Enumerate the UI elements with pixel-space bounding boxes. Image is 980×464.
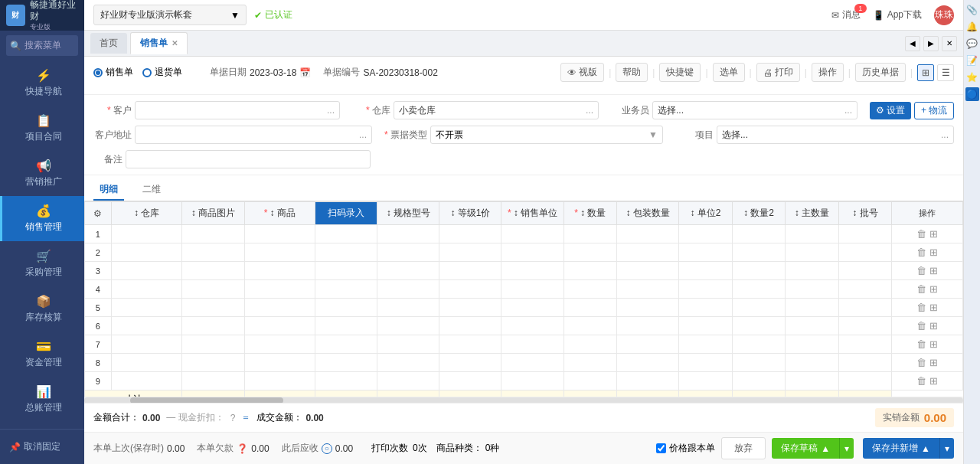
table-cell[interactable] — [182, 243, 244, 262]
copy-icon[interactable]: ⊞ — [929, 357, 938, 368]
table-cell[interactable] — [315, 335, 377, 354]
right-mini-btn-1[interactable]: 📎 — [965, 3, 979, 17]
delete-icon[interactable]: 🗑 — [916, 283, 926, 295]
user-avatar[interactable]: 珠珠 — [934, 5, 954, 25]
sidebar-item-funds[interactable]: 💳 资金管理 — [0, 332, 84, 377]
table-cell[interactable] — [377, 335, 439, 354]
table-cell[interactable] — [732, 354, 786, 372]
copy-icon[interactable]: ⊞ — [929, 302, 938, 313]
table-cell[interactable] — [244, 317, 315, 335]
right-mini-btn-2[interactable]: 🔔 — [965, 20, 979, 34]
table-row[interactable]: 7🗑⊞ — [85, 335, 963, 354]
table-cell[interactable] — [617, 225, 679, 243]
table-cell[interactable] — [182, 354, 244, 372]
debt-help-icon[interactable]: ❓ — [237, 443, 248, 454]
radio-return-order[interactable]: 退货单 — [142, 66, 182, 79]
table-cell[interactable] — [732, 299, 786, 317]
table-cell[interactable] — [617, 280, 679, 299]
notes-input[interactable] — [126, 150, 371, 168]
grid-view-btn[interactable]: ⊞ — [917, 64, 934, 81]
project-dots[interactable]: ... — [941, 129, 949, 140]
table-cell[interactable] — [244, 225, 315, 243]
unpin-button[interactable]: 📌 取消固定 — [6, 436, 78, 458]
right-mini-btn-6[interactable]: 🔵 — [965, 87, 979, 101]
table-row[interactable]: 4🗑⊞ — [85, 280, 963, 299]
sidebar-item-sales[interactable]: 💰 销售管理 — [0, 196, 84, 241]
table-cell[interactable] — [111, 317, 182, 335]
table-cell[interactable] — [501, 225, 564, 243]
sidebar-item-inventory[interactable]: 📦 库存核算 — [0, 286, 84, 332]
warehouse-input[interactable]: 小卖仓库 ... — [394, 101, 599, 119]
sidebar-item-project[interactable]: 📋 项目合同 — [0, 106, 84, 151]
table-cell[interactable] — [679, 335, 733, 354]
save-new-button[interactable]: 保存并新增 ▲ — [863, 438, 939, 459]
copy-icon[interactable]: ⊞ — [929, 228, 938, 240]
project-input[interactable]: 选择... ... — [717, 126, 954, 144]
table-cell[interactable] — [838, 280, 892, 299]
table-cell[interactable] — [679, 225, 733, 243]
table-cell[interactable] — [617, 372, 679, 390]
setup-btn[interactable]: ⚙ 设置 — [870, 102, 911, 119]
table-cell[interactable] — [564, 243, 617, 262]
table-row[interactable]: 3🗑⊞ — [85, 262, 963, 280]
table-cell[interactable] — [315, 225, 377, 243]
table-cell[interactable] — [377, 262, 439, 280]
receivable-circle-icon[interactable]: ○ — [322, 443, 332, 454]
scroll-thumb[interactable] — [130, 397, 283, 403]
table-cell[interactable] — [501, 243, 564, 262]
table-cell[interactable] — [111, 225, 182, 243]
table-cell[interactable] — [377, 372, 439, 390]
sidebar-item-marketing[interactable]: 📢 营销推广 — [0, 151, 84, 196]
table-cell[interactable] — [617, 243, 679, 262]
table-cell[interactable] — [315, 354, 377, 372]
table-cell[interactable] — [786, 335, 839, 354]
toolbar-view-btn[interactable]: 👁 视版 — [560, 63, 604, 82]
table-row[interactable]: 2🗑⊞ — [85, 243, 963, 262]
delete-icon[interactable]: 🗑 — [916, 338, 926, 350]
delete-icon[interactable]: 🗑 — [916, 357, 926, 368]
table-cell[interactable] — [838, 335, 892, 354]
toolbar-select-btn[interactable]: 选单 — [713, 63, 745, 82]
calendar-icon[interactable]: 📅 — [299, 67, 311, 78]
table-cell[interactable] — [315, 299, 377, 317]
table-cell[interactable] — [732, 243, 786, 262]
price-checkbox[interactable]: 价格跟本单 — [656, 442, 715, 455]
tab-detail[interactable]: 明细 — [93, 180, 124, 201]
table-cell[interactable] — [786, 262, 839, 280]
salesperson-input[interactable]: 选择... ... — [652, 101, 858, 119]
data-table-wrapper[interactable]: ⚙ ↕ 仓库 ↕ 商品图片 * ↕ 商品 — [84, 201, 963, 397]
table-cell[interactable] — [732, 280, 786, 299]
message-button[interactable]: ✉ 消息 1 — [831, 8, 861, 21]
salesperson-dots[interactable]: ... — [844, 105, 852, 116]
table-cell[interactable] — [244, 280, 315, 299]
tab-home[interactable]: 首页 — [90, 33, 127, 54]
table-cell[interactable] — [564, 280, 617, 299]
table-cell[interactable] — [501, 354, 564, 372]
table-cell[interactable] — [679, 317, 733, 335]
address-input[interactable]: ... — [135, 126, 372, 144]
table-cell[interactable] — [377, 280, 439, 299]
table-cell[interactable] — [439, 354, 501, 372]
abandon-button[interactable]: 放弃 — [721, 437, 766, 459]
table-cell[interactable] — [617, 317, 679, 335]
table-cell[interactable] — [377, 299, 439, 317]
table-cell[interactable] — [679, 372, 733, 390]
table-cell[interactable] — [244, 372, 315, 390]
table-cell[interactable] — [732, 372, 786, 390]
table-cell[interactable] — [679, 262, 733, 280]
delete-icon[interactable]: 🗑 — [916, 375, 926, 387]
radio-sales-order[interactable]: 销售单 — [93, 66, 133, 79]
table-cell[interactable] — [439, 243, 501, 262]
table-cell[interactable] — [732, 317, 786, 335]
table-cell[interactable] — [838, 354, 892, 372]
toolbar-history-btn[interactable]: 历史单据 — [855, 63, 906, 82]
table-cell[interactable] — [439, 299, 501, 317]
table-cell[interactable] — [838, 372, 892, 390]
warehouse-dots[interactable]: ... — [586, 105, 593, 116]
table-cell[interactable] — [501, 280, 564, 299]
delete-icon[interactable]: 🗑 — [916, 302, 926, 313]
table-cell[interactable] — [182, 372, 244, 390]
sidebar-search[interactable]: 🔍 搜索菜单 — [0, 31, 84, 60]
table-cell[interactable] — [732, 335, 786, 354]
toolbar-print-btn[interactable]: 🖨 打印 — [756, 63, 800, 82]
